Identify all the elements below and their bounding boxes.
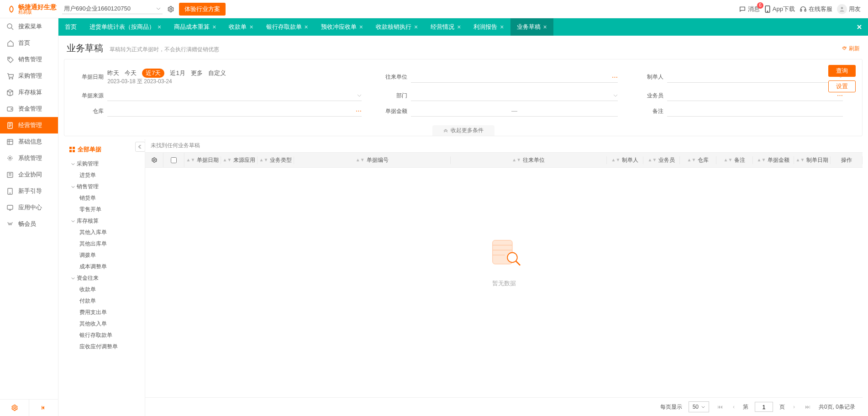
- tab-close-button[interactable]: ×: [249, 23, 253, 31]
- column-header-1[interactable]: ▲▼来源应用: [221, 156, 258, 164]
- tab-close-button[interactable]: ×: [414, 23, 418, 31]
- sidebar-collapse-button[interactable]: [29, 400, 58, 416]
- amount-input[interactable]: —: [411, 106, 618, 117]
- column-header-2[interactable]: ▲▼业务类型: [258, 156, 294, 164]
- tab-8[interactable]: 利润报告×: [467, 18, 510, 36]
- column-header-11[interactable]: 操作: [831, 156, 863, 164]
- operator-select[interactable]: ⋯: [667, 90, 843, 101]
- column-header-8[interactable]: ▲▼备注: [716, 156, 753, 164]
- tab-close-button[interactable]: ×: [457, 23, 461, 31]
- tab-7[interactable]: 经营情况×: [424, 18, 467, 36]
- header-settings-cell[interactable]: [145, 153, 163, 167]
- remark-input[interactable]: [667, 106, 843, 117]
- tab-0[interactable]: 首页: [58, 18, 83, 36]
- date-tag-last1m[interactable]: 近1月: [170, 69, 185, 77]
- date-tag-last7[interactable]: 近7天: [142, 69, 164, 78]
- tree-group-1[interactable]: 销售管理: [64, 181, 145, 192]
- tenant-select[interactable]: 用户690企业1660120750: [62, 4, 163, 14]
- tree-title[interactable]: 全部单据: [64, 144, 145, 158]
- tab-1[interactable]: 进货单统计表（按商品）×: [83, 18, 168, 36]
- sidebar-item-2[interactable]: 销售管理: [0, 51, 58, 68]
- sidebar-settings-button[interactable]: [0, 400, 29, 416]
- source-select[interactable]: [107, 90, 361, 101]
- tree-group-3[interactable]: 资金往来: [64, 272, 145, 284]
- sidebar-item-11[interactable]: 应用中心: [0, 199, 58, 216]
- messages-button[interactable]: 消息 6: [739, 5, 760, 13]
- sidebar-item-4[interactable]: 库存核算: [0, 84, 58, 101]
- tree-leaf-3-1[interactable]: 付款单: [64, 295, 145, 307]
- tree-leaf-2-0[interactable]: 其他入库单: [64, 227, 145, 238]
- tree-leaf-1-0[interactable]: 销货单: [64, 192, 145, 204]
- tab-close-button[interactable]: ×: [212, 23, 216, 31]
- pager-next-button[interactable]: ›: [791, 404, 797, 410]
- column-header-6[interactable]: ▲▼业务员: [643, 156, 680, 164]
- sidebar-item-8[interactable]: 系统管理: [0, 150, 58, 166]
- app-download-button[interactable]: App下载: [764, 5, 795, 13]
- tab-close-button[interactable]: ×: [543, 23, 547, 31]
- tree-leaf-3-0[interactable]: 收款单: [64, 284, 145, 295]
- tab-2[interactable]: 商品成本重算×: [168, 18, 222, 36]
- date-tag-custom[interactable]: 自定义: [208, 69, 226, 77]
- column-header-9[interactable]: ▲▼单据金额: [753, 156, 794, 164]
- column-header-5[interactable]: ▲▼制单人: [607, 156, 643, 164]
- tab-6[interactable]: 收款核销执行×: [369, 18, 424, 36]
- tabs-close-all-button[interactable]: [851, 18, 868, 36]
- sidebar-item-10[interactable]: 新手引导: [0, 183, 58, 199]
- tree-leaf-3-5[interactable]: 应收应付调整单: [64, 341, 145, 352]
- date-tag-yesterday[interactable]: 昨天: [107, 69, 119, 77]
- department-select[interactable]: [411, 90, 618, 101]
- tab-close-button[interactable]: ×: [359, 23, 363, 31]
- column-header-4[interactable]: ▲▼往来单位: [451, 156, 607, 164]
- tree-leaf-1-1[interactable]: 零售开单: [64, 204, 145, 215]
- tab-close-button[interactable]: ×: [158, 23, 161, 31]
- tree-leaf-2-3[interactable]: 成本调整单: [64, 261, 145, 272]
- tree-leaf-2-2[interactable]: 调拨单: [64, 250, 145, 261]
- creator-select[interactable]: [667, 72, 843, 83]
- tree-leaf-3-3[interactable]: 其他收入单: [64, 318, 145, 330]
- date-tag-today[interactable]: 今天: [125, 69, 137, 77]
- filter-settings-button[interactable]: 设置: [828, 80, 856, 92]
- tab-4[interactable]: 银行存取款单×: [260, 18, 315, 36]
- column-header-7[interactable]: ▲▼仓库: [680, 156, 716, 164]
- tree-leaf-2-1[interactable]: 其他出库单: [64, 238, 145, 250]
- tab-3[interactable]: 收款单×: [222, 18, 259, 36]
- partner-select[interactable]: ⋯: [411, 72, 618, 83]
- select-all-checkbox[interactable]: [171, 157, 177, 163]
- sidebar-item-3[interactable]: 采购管理: [0, 68, 58, 84]
- online-service-button[interactable]: 在线客服: [800, 5, 832, 13]
- pager-last-button[interactable]: ⏭: [803, 404, 812, 410]
- per-page-select[interactable]: 50: [689, 401, 709, 412]
- header-checkbox-cell[interactable]: [163, 153, 184, 167]
- sidebar-item-9[interactable]: 企业协同: [0, 166, 58, 183]
- sidebar-item-7[interactable]: 基础信息: [0, 133, 58, 150]
- pager-prev-button[interactable]: ‹: [731, 404, 736, 410]
- tab-close-button[interactable]: ×: [305, 23, 308, 31]
- tree-group-2[interactable]: 库存核算: [64, 215, 145, 227]
- tree-group-0[interactable]: 采购管理: [64, 158, 145, 170]
- settings-gear-button[interactable]: [167, 5, 174, 13]
- tree-leaf-3-4[interactable]: 银行存取款单: [64, 330, 145, 341]
- collapse-filters-button[interactable]: 收起更多条件: [432, 125, 494, 136]
- sidebar-item-6[interactable]: 经营管理: [0, 117, 58, 133]
- warehouse-select[interactable]: ⋯: [107, 106, 361, 117]
- tab-9[interactable]: 业务草稿×: [510, 18, 553, 36]
- sidebar-item-0[interactable]: 搜索菜单: [0, 18, 58, 35]
- cta-button[interactable]: 体验行业方案: [179, 3, 226, 16]
- sidebar-item-12[interactable]: 畅会员: [0, 216, 58, 232]
- tree-leaf-3-2[interactable]: 费用支出单: [64, 307, 145, 318]
- page-input[interactable]: [755, 402, 773, 412]
- query-button[interactable]: 查询: [828, 65, 856, 77]
- tab-close-button[interactable]: ×: [500, 23, 504, 31]
- refresh-button[interactable]: 刷新: [842, 45, 860, 53]
- column-header-0[interactable]: ▲▼单据日期: [184, 156, 221, 164]
- column-header-3[interactable]: ▲▼单据编号: [294, 156, 451, 164]
- date-tag-more[interactable]: 更多: [191, 69, 203, 77]
- user-menu[interactable]: 用友: [837, 4, 861, 14]
- column-header-10[interactable]: ▲▼制单日期: [794, 156, 831, 164]
- sidebar-item-5[interactable]: 资金管理: [0, 101, 58, 117]
- sidebar-item-1[interactable]: 首页: [0, 35, 58, 51]
- tab-5[interactable]: 预收冲应收单×: [315, 18, 369, 36]
- tree-leaf-0-0[interactable]: 进货单: [64, 170, 145, 181]
- tree-collapse-button[interactable]: [135, 142, 145, 152]
- pager-first-button[interactable]: ⏮: [715, 404, 725, 410]
